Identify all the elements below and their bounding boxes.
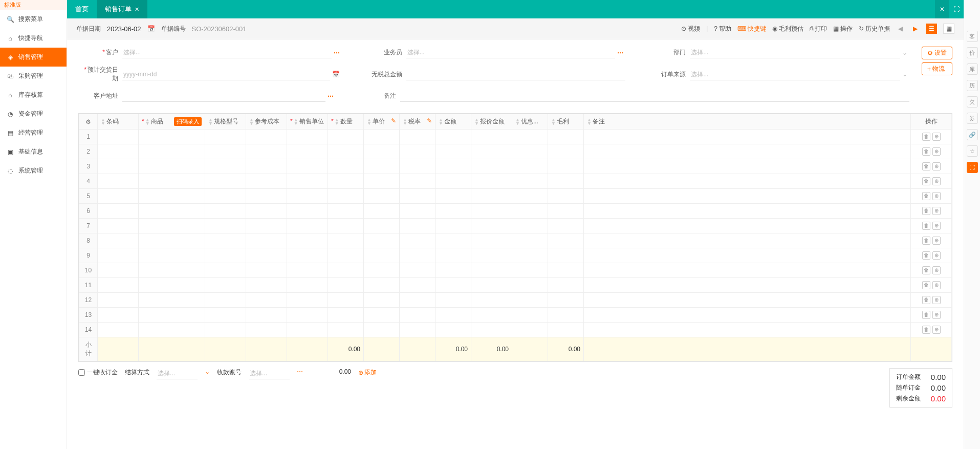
account-select[interactable]: 选择... <box>249 368 290 379</box>
sidebar-item-db[interactable]: ▣基础信息 <box>0 142 67 161</box>
address-input[interactable] <box>122 90 325 102</box>
source-chevron-icon[interactable]: ⌄ <box>900 71 909 78</box>
settle-select[interactable]: 选择... <box>157 368 198 379</box>
add-button[interactable]: ⊕添加 <box>358 368 377 377</box>
table-row[interactable]: 7🗑⊕ <box>79 219 952 233</box>
row-delete-icon[interactable]: 🗑 <box>922 192 930 200</box>
calendar-icon[interactable]: 📅 <box>147 25 155 32</box>
settings-button[interactable]: ⚙设置 <box>922 47 952 59</box>
print-action[interactable]: ⎙打印 <box>810 25 827 33</box>
table-row[interactable]: 14🗑⊕ <box>79 323 952 337</box>
tax-edit-icon[interactable]: ✎ <box>427 117 432 124</box>
view-list-icon[interactable]: ☰ <box>926 24 937 34</box>
tab-fullscreen-icon[interactable]: ⛶ <box>949 0 964 18</box>
row-copy-icon[interactable]: ⊕ <box>932 147 941 156</box>
price-edit-icon[interactable]: ✎ <box>391 117 396 124</box>
rail-库-icon[interactable]: 库 <box>967 63 978 75</box>
rail-link-icon[interactable]: 🔗 <box>967 129 978 140</box>
tab-close-all[interactable]: ✕ <box>935 0 949 18</box>
row-copy-icon[interactable]: ⊕ <box>932 281 941 289</box>
sidebar-item-house[interactable]: ⌂库存核算 <box>0 85 67 104</box>
row-copy-icon[interactable]: ⊕ <box>932 251 941 260</box>
row-delete-icon[interactable]: 🗑 <box>922 296 930 304</box>
row-delete-icon[interactable]: 🗑 <box>922 222 930 230</box>
table-row[interactable]: 13🗑⊕ <box>79 308 952 323</box>
salesman-input[interactable] <box>406 47 616 58</box>
logistics-button[interactable]: +物流 <box>922 62 952 75</box>
row-delete-icon[interactable]: 🗑 <box>922 207 930 215</box>
deposit-checkbox[interactable]: 一键收订金 <box>78 368 118 377</box>
row-copy-icon[interactable]: ⊕ <box>932 222 941 230</box>
table-row[interactable]: 6🗑⊕ <box>79 204 952 219</box>
row-copy-icon[interactable]: ⊕ <box>932 311 941 319</box>
row-copy-icon[interactable]: ⊕ <box>932 237 941 245</box>
next-doc-icon[interactable]: ▶ <box>911 25 920 32</box>
row-delete-icon[interactable]: 🗑 <box>922 266 930 274</box>
notax-total-input[interactable] <box>406 69 626 80</box>
table-row[interactable]: 1🗑⊕ <box>79 130 952 144</box>
delivery-date-input[interactable] <box>122 69 330 80</box>
table-row[interactable]: 4🗑⊕ <box>79 174 952 189</box>
row-copy-icon[interactable]: ⊕ <box>932 177 941 185</box>
view-grid-icon[interactable]: ▦ <box>943 24 954 34</box>
salesman-more-icon[interactable]: ⋯ <box>615 49 625 56</box>
help-action[interactable]: ?帮助 <box>714 25 731 33</box>
rail-价-icon[interactable]: 价 <box>967 47 978 58</box>
rail-历-icon[interactable]: 历 <box>967 80 978 91</box>
table-row[interactable]: 5🗑⊕ <box>79 189 952 204</box>
row-copy-icon[interactable]: ⊕ <box>932 296 941 304</box>
sidebar-item-home[interactable]: ⌂快捷导航 <box>0 29 67 48</box>
row-copy-icon[interactable]: ⊕ <box>932 162 941 170</box>
rail-expand-icon[interactable]: ⛶ <box>967 162 978 173</box>
rail-券-icon[interactable]: 券 <box>967 113 978 124</box>
table-row[interactable]: 3🗑⊕ <box>79 159 952 174</box>
row-copy-icon[interactable]: ⊕ <box>932 207 941 215</box>
row-delete-icon[interactable]: 🗑 <box>922 177 930 185</box>
table-row[interactable]: 8🗑⊕ <box>79 233 952 248</box>
shortcut-action[interactable]: ⌨快捷键 <box>737 25 766 33</box>
row-delete-icon[interactable]: 🗑 <box>922 281 930 289</box>
row-delete-icon[interactable]: 🗑 <box>922 326 930 334</box>
sidebar-item-search[interactable]: 🔍搜索菜单 <box>0 10 67 29</box>
settle-chevron-icon[interactable]: ⌄ <box>205 368 210 375</box>
delivery-calendar-icon[interactable]: 📅 <box>330 71 342 78</box>
tab-首页[interactable]: 首页 <box>67 0 97 18</box>
video-action[interactable]: ⊙视频 <box>681 25 700 33</box>
table-row[interactable]: 12🗑⊕ <box>79 293 952 308</box>
sidebar-item-cube[interactable]: ◈销售管理 <box>0 48 67 67</box>
row-delete-icon[interactable]: 🗑 <box>922 251 930 260</box>
table-row[interactable]: 9🗑⊕ <box>79 248 952 263</box>
sidebar-item-gear[interactable]: ◌系统管理 <box>0 161 67 180</box>
prev-doc-icon[interactable]: ◀ <box>896 25 905 32</box>
table-row[interactable]: 2🗑⊕ <box>79 144 952 159</box>
dept-input[interactable] <box>690 47 900 58</box>
row-copy-icon[interactable]: ⊕ <box>932 192 941 200</box>
tab-销售订单[interactable]: 销售订单✕ <box>97 0 147 18</box>
row-delete-icon[interactable]: 🗑 <box>922 133 930 141</box>
rail-star-icon[interactable]: ☆ <box>967 145 978 157</box>
sidebar-item-bag[interactable]: 🛍采购管理 <box>0 67 67 85</box>
scan-badge[interactable]: 扫码录入 <box>174 117 202 126</box>
customer-input[interactable] <box>122 47 332 58</box>
dept-chevron-icon[interactable]: ⌄ <box>900 49 909 56</box>
table-settings-icon[interactable]: ⚙ <box>79 114 98 130</box>
table-row[interactable]: 10🗑⊕ <box>79 263 952 278</box>
address-more-icon[interactable]: ⋯ <box>325 93 336 100</box>
order-source-input[interactable] <box>690 69 900 80</box>
rail-客-icon[interactable]: 客 <box>967 31 978 42</box>
sidebar-item-chart[interactable]: ▤经营管理 <box>0 123 67 142</box>
row-copy-icon[interactable]: ⊕ <box>932 266 941 274</box>
date-value[interactable]: 2023-06-02 <box>107 25 141 33</box>
operate-action[interactable]: ▦操作 <box>833 25 853 33</box>
history-action[interactable]: ↻历史单据 <box>859 25 890 33</box>
account-more-icon[interactable]: ⋯ <box>297 368 303 375</box>
rail-欠-icon[interactable]: 欠 <box>967 96 978 108</box>
sidebar-item-wallet[interactable]: ◔资金管理 <box>0 104 67 123</box>
row-copy-icon[interactable]: ⊕ <box>932 133 941 141</box>
tab-close-icon[interactable]: ✕ <box>135 6 139 13</box>
row-delete-icon[interactable]: 🗑 <box>922 162 930 170</box>
row-delete-icon[interactable]: 🗑 <box>922 147 930 156</box>
table-row[interactable]: 11🗑⊕ <box>79 278 952 293</box>
profit-action[interactable]: ◉毛利预估 <box>772 25 803 33</box>
remark-input[interactable] <box>400 90 909 102</box>
